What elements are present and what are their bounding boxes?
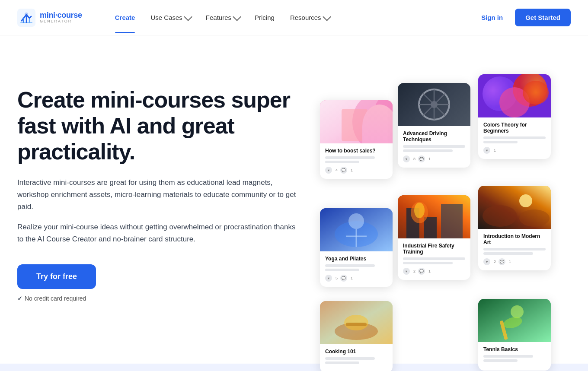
svg-point-29: [483, 205, 517, 227]
chevron-down-icon: [184, 12, 192, 21]
card-actions: ♥ 2 💬 1: [403, 268, 465, 275]
logo-part2: course: [58, 11, 82, 19]
logo[interactable]: mini·course GENERATOR: [17, 9, 82, 27]
like-icon: ♥: [483, 258, 490, 265]
card-icon-group: ♥ 4 💬 1: [325, 167, 353, 174]
card-image-art: [478, 186, 551, 229]
card-lines: [483, 355, 546, 362]
like-count: 2: [413, 269, 415, 273]
card-line: [325, 264, 375, 267]
cooking-svg: [320, 301, 393, 344]
card-title-tennis: Tennis Basics: [483, 346, 546, 352]
cards-container: How to boost sales? ♥ 4 💬 1: [320, 74, 571, 316]
card-line: [483, 252, 533, 255]
hero-left: Create mini-courses super fast with AI a…: [17, 70, 303, 302]
try-free-button[interactable]: Try for free: [17, 264, 96, 289]
card-title-boost-sales: How to boost sales?: [325, 148, 387, 154]
card-title-yoga: Yoga and Pilates: [325, 256, 387, 262]
card-title-art: Introduction to Modern Art: [483, 233, 546, 245]
svg-point-26: [414, 203, 425, 218]
tennis-svg: [478, 299, 551, 342]
nav-pricing[interactable]: Pricing: [248, 10, 281, 25]
course-card-boost-sales[interactable]: How to boost sales? ♥ 4 💬 1: [320, 100, 393, 179]
card-image-tennis: [478, 299, 551, 342]
card-line: [483, 136, 546, 139]
comment-icon: 💬: [340, 275, 347, 282]
wheel-svg: [417, 87, 451, 122]
card-actions: ♥ 5 💬 1: [325, 275, 387, 282]
svg-rect-5: [342, 109, 368, 141]
card-line: [325, 357, 375, 360]
course-card-colors[interactable]: Colors Theory for Beginners ♥ 1: [478, 74, 551, 159]
card-line: [325, 361, 359, 364]
card-line: [483, 359, 518, 362]
comment-icon: 💬: [418, 155, 425, 162]
card-line: [403, 257, 465, 260]
like-count: 2: [494, 260, 496, 264]
svg-point-36: [511, 305, 524, 318]
card-line: [325, 156, 375, 159]
nav-create[interactable]: Create: [108, 10, 142, 25]
nav-create-label: Create: [115, 14, 135, 21]
nav-resources[interactable]: Resources: [283, 10, 336, 25]
comment-count: 1: [509, 260, 511, 264]
logo-icon: [17, 9, 35, 27]
like-icon: ♥: [403, 155, 410, 162]
card-icon-group: ♥ 2 💬 1: [483, 258, 511, 265]
course-card-cooking[interactable]: Cooking 101: [320, 301, 393, 371]
svg-point-1: [25, 13, 28, 16]
course-card-tennis[interactable]: Tennis Basics: [478, 299, 551, 371]
navbar: mini·course GENERATOR Create Use Cases F…: [0, 0, 588, 35]
card-body-boost-sales: How to boost sales? ♥ 4 💬 1: [320, 143, 393, 179]
svg-point-34: [344, 315, 368, 330]
card-line: [325, 161, 359, 163]
course-card-fire[interactable]: Industrial Fire Safety Training ♥ 2 💬 1: [398, 195, 470, 280]
signin-button[interactable]: Sign in: [474, 10, 510, 25]
comment-count: 1: [351, 168, 353, 172]
colors-svg: [478, 74, 551, 117]
nav-links: Create Use Cases Features Pricing Resour…: [108, 10, 474, 25]
card-body-colors: Colors Theory for Beginners ♥ 1: [478, 117, 551, 159]
like-icon: ♥: [325, 275, 332, 282]
card-lines: [325, 156, 387, 163]
get-started-button[interactable]: Get Started: [515, 9, 571, 26]
course-card-driving[interactable]: Advanced Driving Techniques ♥ 8 💬 1: [398, 83, 470, 168]
card-image-fire: [398, 195, 470, 238]
card-lines: [483, 136, 546, 143]
card-title-cooking: Cooking 101: [325, 349, 387, 355]
logo-part1: mini: [40, 11, 55, 19]
card-body-cooking: Cooking 101: [320, 344, 393, 371]
card-image-boost-sales: [320, 100, 393, 143]
card-lines: [403, 257, 465, 264]
card-body-art: Introduction to Modern Art ♥ 2 💬 1: [478, 229, 551, 270]
card-line: [403, 149, 453, 152]
chevron-down-icon: [233, 12, 241, 21]
card-icon-group: ♥ 2 💬 1: [403, 268, 431, 275]
checkmark-icon: ✓: [17, 295, 22, 302]
svg-point-30: [519, 209, 550, 227]
logo-title: mini·course: [40, 11, 82, 20]
card-line: [483, 141, 518, 143]
nav-features-label: Features: [206, 14, 231, 21]
hero-right: How to boost sales? ♥ 4 💬 1: [320, 74, 571, 316]
no-cc-text: No credit card required: [25, 295, 86, 302]
card-body-yoga: Yoga and Pilates ♥ 5 💬 1: [320, 251, 393, 287]
card-icon-group: ♥ 8 💬 1: [403, 155, 431, 162]
card-body-fire: Industrial Fire Safety Training ♥ 2 💬 1: [398, 238, 470, 280]
comment-count: 1: [428, 157, 431, 161]
card-lines: [483, 248, 546, 255]
no-credit-card-notice: ✓ No credit card required: [17, 295, 303, 302]
card-illustration-boost: [320, 100, 393, 143]
svg-rect-23: [424, 217, 437, 238]
comment-count: 1: [428, 269, 431, 273]
card-line: [403, 145, 465, 148]
card-line: [483, 355, 533, 358]
nav-use-cases[interactable]: Use Cases: [144, 10, 197, 25]
comment-count: 1: [351, 276, 353, 280]
nav-actions: Sign in Get Started: [474, 9, 571, 26]
course-card-art[interactable]: Introduction to Modern Art ♥ 2 💬 1: [478, 186, 551, 270]
nav-features[interactable]: Features: [199, 10, 246, 25]
card-line: [483, 248, 546, 251]
course-card-yoga[interactable]: Yoga and Pilates ♥ 5 💬 1: [320, 208, 393, 287]
comment-icon: 💬: [340, 167, 347, 174]
